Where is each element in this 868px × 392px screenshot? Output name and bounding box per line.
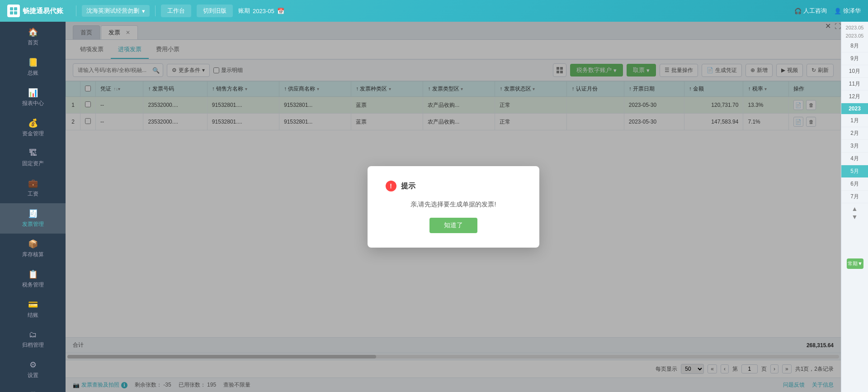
settlement-icon: 💳 bbox=[28, 300, 38, 310]
app-logo: 畅捷通易代账 bbox=[7, 5, 71, 17]
chevron-down-icon: ▾ bbox=[142, 8, 145, 14]
tax-icon: 📋 bbox=[28, 269, 38, 279]
workbench-button[interactable]: 工作台 bbox=[161, 5, 191, 17]
period-header-2: 2023.05 bbox=[844, 32, 865, 40]
sidebar-item-reports[interactable]: 📊 报表中心 bbox=[0, 82, 66, 113]
period-item-12[interactable]: 12月 bbox=[841, 91, 868, 103]
svg-rect-3 bbox=[14, 11, 17, 14]
period-item-4[interactable]: 4月 bbox=[841, 153, 868, 165]
sidebar-item-label: 库存核算 bbox=[22, 251, 44, 258]
period-item-10[interactable]: 10月 bbox=[841, 65, 868, 78]
sidebar-item-label: 总账 bbox=[28, 69, 38, 77]
company-selector[interactable]: 沈海英测试经营勿删 ▾ bbox=[82, 5, 150, 17]
top-divider-1 bbox=[76, 5, 76, 16]
sidebar: 🏠 首页 📒 总账 📊 报表中心 💰 资金管理 🏗 固定资产 💼 工资 🧾 发票… bbox=[0, 22, 66, 392]
sidebar-item-settings[interactable]: ⚙ 设置 bbox=[0, 354, 66, 385]
sidebar-item-guide[interactable]: 📖 新手引导 bbox=[0, 385, 66, 392]
wages-icon: 💼 bbox=[28, 178, 38, 188]
guide-icon: 📖 bbox=[28, 390, 38, 392]
svg-rect-2 bbox=[10, 11, 13, 14]
sidebar-item-label: 税务管理 bbox=[22, 281, 44, 289]
sidebar-item-label: 归档管理 bbox=[22, 341, 44, 349]
period-header-1: 2023.05 bbox=[844, 24, 865, 32]
period-item-1[interactable]: 1月 bbox=[841, 115, 868, 127]
sidebar-item-settlement[interactable]: 💳 结账 bbox=[0, 294, 66, 325]
period-item-5[interactable]: 5月 bbox=[841, 165, 868, 178]
support-button[interactable]: 🎧 人工咨询 bbox=[794, 7, 827, 15]
sidebar-item-label: 固定资产 bbox=[22, 160, 44, 167]
user-icon: 👤 bbox=[834, 8, 841, 14]
modal-ok-button[interactable]: 知道了 bbox=[429, 218, 477, 233]
expand-period-tab[interactable]: 常期▼ bbox=[847, 258, 863, 269]
sidebar-item-label: 结账 bbox=[28, 311, 38, 319]
period-item-11[interactable]: 11月 bbox=[841, 78, 868, 91]
sidebar-item-home[interactable]: 🏠 首页 bbox=[0, 22, 66, 52]
logo-icon bbox=[7, 5, 20, 17]
period-panel: 2023.05 2023.05 8月 9月 10月 11月 12月 2023 1… bbox=[841, 22, 868, 392]
sidebar-item-wages[interactable]: 💼 工资 bbox=[0, 173, 66, 203]
sidebar-item-ledger[interactable]: 📒 总账 bbox=[0, 52, 66, 82]
assets-icon: 🏗 bbox=[29, 148, 37, 158]
period-item-6[interactable]: 6月 bbox=[841, 178, 868, 191]
modal-overlay: ! 提示 亲,请先选择要生成单据的发票! 知道了 bbox=[66, 22, 841, 392]
period-collapse-up[interactable]: ▲ bbox=[852, 205, 858, 212]
period-item-7[interactable]: 7月 bbox=[841, 191, 868, 203]
calendar-icon[interactable]: 📅 bbox=[277, 8, 284, 14]
sidebar-item-tax[interactable]: 📋 税务管理 bbox=[0, 264, 66, 294]
sidebar-item-archive[interactable]: 🗂 归档管理 bbox=[0, 325, 66, 354]
top-bar-right: 🎧 人工咨询 👤 徐泽华 bbox=[794, 7, 861, 15]
top-divider-2 bbox=[155, 5, 156, 16]
reports-icon: 📊 bbox=[28, 88, 38, 98]
sidebar-item-assets[interactable]: 🏗 固定资产 bbox=[0, 143, 66, 173]
period-item-3[interactable]: 3月 bbox=[841, 140, 868, 153]
sidebar-item-inventory[interactable]: 📦 库存核算 bbox=[0, 234, 66, 264]
modal-footer: 知道了 bbox=[429, 218, 477, 233]
sidebar-item-label: 报表中心 bbox=[22, 100, 44, 107]
sidebar-item-label: 设置 bbox=[28, 372, 38, 379]
sidebar-item-label: 资金管理 bbox=[22, 130, 44, 138]
modal-dialog: ! 提示 亲,请先选择要生成单据的发票! 知道了 bbox=[368, 166, 539, 248]
period-display: 账期 2023-05 📅 bbox=[238, 7, 284, 15]
headset-icon: 🎧 bbox=[794, 8, 802, 14]
switch-old-button[interactable]: 切到旧版 bbox=[197, 5, 233, 17]
sidebar-item-invoices[interactable]: 🧾 发票管理 bbox=[0, 203, 66, 234]
invoices-icon: 🧾 bbox=[28, 209, 38, 219]
settings-icon: ⚙ bbox=[29, 360, 37, 370]
period-collapse-down[interactable]: ▼ bbox=[852, 213, 858, 220]
main-layout: 🏠 首页 📒 总账 📊 报表中心 💰 资金管理 🏗 固定资产 💼 工资 🧾 发票… bbox=[0, 22, 868, 392]
ledger-icon: 📒 bbox=[28, 57, 38, 67]
svg-rect-0 bbox=[10, 7, 13, 10]
period-item-2[interactable]: 2月 bbox=[841, 127, 868, 140]
top-bar: 畅捷通易代账 沈海英测试经营勿删 ▾ 工作台 切到旧版 账期 2023-05 📅… bbox=[0, 0, 868, 22]
sidebar-item-label: 工资 bbox=[28, 190, 38, 198]
funds-icon: 💰 bbox=[28, 118, 38, 128]
sidebar-item-label: 发票管理 bbox=[22, 220, 44, 228]
archive-icon: 🗂 bbox=[29, 330, 37, 339]
period-item-9[interactable]: 9月 bbox=[841, 53, 868, 65]
period-item-2023[interactable]: 2023 bbox=[841, 103, 868, 115]
modal-body: 亲,请先选择要生成单据的发票! bbox=[410, 201, 496, 209]
content-area: 首页 发票 ✕ 销项发票 进项发票 费用小票 bbox=[66, 22, 841, 392]
company-name: 沈海英测试经营勿删 bbox=[86, 7, 139, 15]
home-icon: 🏠 bbox=[28, 27, 38, 37]
sidebar-item-funds[interactable]: 💰 资金管理 bbox=[0, 113, 66, 143]
modal-title: 提示 bbox=[401, 182, 415, 191]
inventory-icon: 📦 bbox=[28, 239, 38, 249]
user-menu[interactable]: 👤 徐泽华 bbox=[834, 7, 861, 15]
period-item-8[interactable]: 8月 bbox=[841, 40, 868, 53]
sidebar-item-label: 首页 bbox=[28, 39, 38, 47]
modal-warning-icon: ! bbox=[386, 181, 396, 191]
modal-header: ! 提示 bbox=[386, 181, 415, 191]
svg-rect-1 bbox=[14, 7, 17, 10]
